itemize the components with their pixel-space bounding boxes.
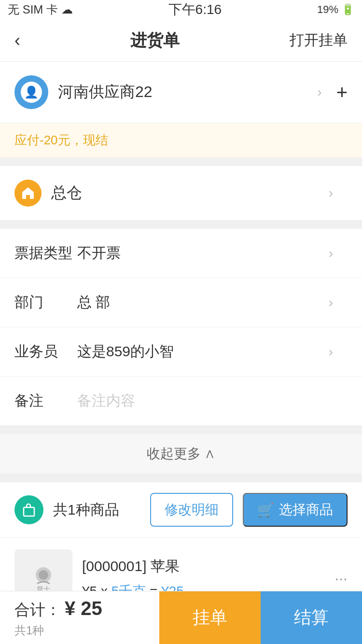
invoice-type-row[interactable]: 票据类型 不开票 › xyxy=(0,229,362,278)
collapse-label: 收起更多 ∧ xyxy=(147,445,216,463)
chevron-right-icon: › xyxy=(329,344,333,360)
avatar: 👤 xyxy=(14,75,48,109)
product-name: [0000001] 苹果 xyxy=(82,557,325,576)
edit-details-button[interactable]: 修改明细 xyxy=(150,493,233,527)
status-left: 无 SIM 卡 ☁ xyxy=(8,2,73,17)
total-main: 合计： ¥ 25 xyxy=(14,598,145,621)
warehouse-section: 总仓 › xyxy=(0,166,362,220)
chevron-right-icon: › xyxy=(317,84,321,100)
supplier-row[interactable]: 👤 河南供应商22 › + xyxy=(0,62,362,123)
select-goods-button[interactable]: 🛒 选择商品 xyxy=(243,493,348,527)
sim-label: 无 SIM 卡 ☁ xyxy=(8,2,73,17)
page-title: 进货单 xyxy=(130,29,180,52)
hang-order-button[interactable]: 挂单 xyxy=(159,591,261,644)
product-logo: 督十 xyxy=(27,561,60,595)
salesperson-row[interactable]: 业务员 这是859的小智 › xyxy=(0,327,362,377)
supplier-alert: 应付-20元，现结 xyxy=(0,123,362,157)
more-options-button[interactable]: ··· xyxy=(334,570,348,588)
supplier-name: 河南供应商22 xyxy=(58,82,153,103)
svg-rect-0 xyxy=(24,507,34,516)
goods-count: 共1种商品 xyxy=(53,500,140,520)
warehouse-name: 总仓 xyxy=(51,182,329,204)
chevron-right-icon: › xyxy=(329,246,333,261)
settle-button[interactable]: 结算 xyxy=(261,591,362,644)
add-supplier-button[interactable]: + xyxy=(336,82,348,103)
warehouse-icon xyxy=(14,180,42,207)
salesperson-label: 业务员 xyxy=(14,342,77,362)
warehouse-row[interactable]: 总仓 › xyxy=(0,166,362,220)
remark-label: 备注 xyxy=(14,391,77,411)
bottom-bar: 合计： ¥ 25 共1种 挂单 结算 xyxy=(0,591,362,644)
open-pending-button[interactable]: 打开挂单 xyxy=(290,30,348,50)
total-amount: ¥ 25 xyxy=(65,598,102,619)
collapse-button[interactable]: 收起更多 ∧ xyxy=(0,434,362,474)
cart-icon: 🛒 xyxy=(257,502,274,518)
nav-bar: ‹ 进货单 打开挂单 xyxy=(0,19,362,62)
status-bar: 无 SIM 卡 ☁ 下午6:16 19% 🔋 xyxy=(0,0,362,19)
select-goods-label: 选择商品 xyxy=(279,501,333,519)
department-value: 总 部 xyxy=(77,293,329,312)
chevron-right-icon: › xyxy=(329,295,333,310)
shop-bag-icon xyxy=(21,502,37,518)
chevron-right-icon: › xyxy=(329,185,333,201)
invoice-type-value: 不开票 xyxy=(77,243,329,263)
status-right: 19% 🔋 xyxy=(317,3,354,16)
product-code: [0000001] 苹果 xyxy=(82,558,180,574)
battery-icon: 🔋 xyxy=(341,3,354,16)
supplier-info: 👤 河南供应商22 xyxy=(14,75,317,109)
status-time: 下午6:16 xyxy=(168,0,222,19)
department-label: 部门 xyxy=(14,293,77,312)
remark-row[interactable]: 备注 备注内容 xyxy=(0,377,362,425)
house-icon xyxy=(20,185,36,201)
back-button[interactable]: ‹ xyxy=(14,30,20,51)
svg-point-2 xyxy=(39,570,48,580)
department-row[interactable]: 部门 总 部 › xyxy=(0,278,362,327)
avatar-icon: 👤 xyxy=(21,82,42,103)
battery-label: 19% xyxy=(317,3,338,16)
form-section: 票据类型 不开票 › 部门 总 部 › 业务员 这是859的小智 › 备注 备注… xyxy=(0,229,362,425)
total-label: 合计： xyxy=(14,600,61,621)
salesperson-value: 这是859的小智 xyxy=(77,342,329,362)
main-content: 👤 河南供应商22 › + 应付-20元，现结 总仓 › 票据类型 不开票 › xyxy=(0,62,362,644)
goods-header: 共1种商品 修改明细 🛒 选择商品 xyxy=(0,482,362,538)
total-sub: 共1种 xyxy=(14,623,145,638)
goods-icon xyxy=(14,495,43,524)
supplier-section: 👤 河南供应商22 › + 应付-20元，现结 xyxy=(0,62,362,157)
total-section: 合计： ¥ 25 共1种 xyxy=(0,598,159,638)
invoice-type-label: 票据类型 xyxy=(14,243,77,263)
remark-placeholder: 备注内容 xyxy=(77,391,348,411)
